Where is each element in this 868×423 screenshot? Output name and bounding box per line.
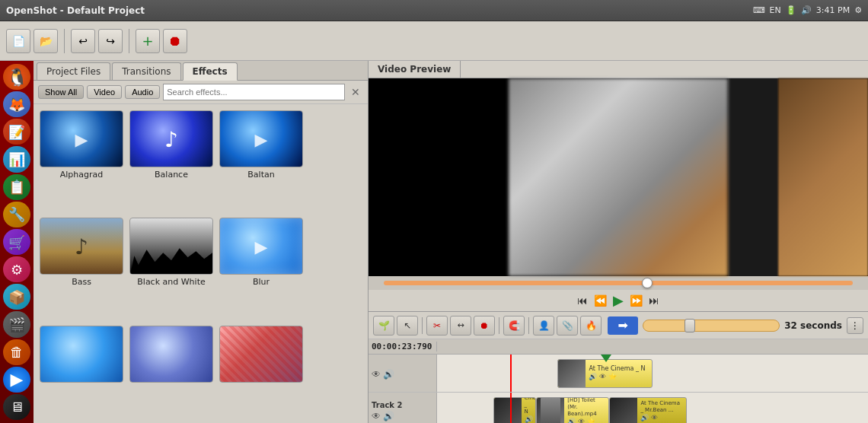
ruler-marks: 00:00:32:000 00:01:04:000 00:01:36:000 0… — [437, 339, 868, 354]
effect-partial-2[interactable] — [129, 326, 213, 417]
effect-thumb-bw — [129, 218, 213, 275]
ruler-row: 00:00:23:790 00:00:32:000 00:01:04:000 0… — [369, 339, 868, 355]
app-icon-6[interactable]: 🛒 — [3, 229, 30, 255]
add-button[interactable]: + — [136, 29, 160, 53]
timeline-marker-button[interactable]: 👤 — [533, 316, 554, 336]
track-2-clip-2[interactable]: [HD] Toilet (Mr. Bean).mp4 🔊 👁 ⭐ — [536, 397, 609, 423]
main-toolbar: 📄 📂 ↩ ↪ + ⏺ — [0, 21, 868, 61]
show-all-button[interactable]: Show All — [38, 85, 84, 99]
left-sidebar: 🐧 🦊 📝 📊 📋 🔧 🛒 ⚙ 📦 🎬 🗑 ▶ 🖥 — [0, 61, 34, 423]
timeline-clip-button[interactable]: 🔥 — [580, 316, 602, 336]
app-icon-3[interactable]: 📊 — [3, 146, 30, 172]
track-header-2: Track 2 👁 🔊 — [369, 393, 437, 423]
effect-label-blur: Blur — [253, 277, 270, 287]
tab-effects[interactable]: Effects — [183, 62, 238, 81]
t2c1-title: At The Cinema _ N — [525, 397, 533, 415]
track-2-visibility-button[interactable]: 👁 — [372, 411, 381, 421]
undo-button[interactable]: ↩ — [71, 29, 95, 53]
timeline-add-track-button[interactable]: 🌱 — [373, 316, 394, 336]
track-2-content: At The Cinema _ N 🔊 👁 ⭐ [HD] Toilet (Mr.… — [437, 393, 868, 423]
scrubber-thumb[interactable] — [642, 278, 653, 288]
timeline-cut-button[interactable]: ✂ — [426, 316, 448, 336]
keyboard-indicator: ⌨ — [753, 5, 765, 15]
effect-label-baltan: Baltan — [247, 170, 274, 180]
effect-partial-3[interactable] — [219, 326, 303, 417]
effect-label-bw: Black and White — [137, 277, 205, 287]
zoom-slider[interactable] — [643, 320, 780, 332]
app-icon-12[interactable]: 🖥 — [3, 394, 30, 420]
track-2-audio-button[interactable]: 🔊 — [383, 411, 394, 421]
rewind-button[interactable]: ⏪ — [592, 293, 608, 308]
playhead — [510, 355, 512, 392]
app-icon-9[interactable]: 🎬 — [3, 311, 30, 337]
track-1-clip-2[interactable]: At The Cinema _ N 🔊 👁 ⭐ — [557, 359, 653, 388]
tl-sep-3 — [528, 317, 529, 334]
tab-bar: Project Files Transitions Effects — [34, 61, 368, 81]
effect-thumb-p1 — [40, 326, 123, 383]
app-icon-4[interactable]: 📋 — [3, 174, 30, 200]
open-button[interactable]: 📂 — [34, 29, 58, 53]
timeline-transition-button[interactable]: 📎 — [557, 316, 578, 336]
app-icon-2[interactable]: 📝 — [3, 119, 30, 145]
t2c2-frame — [541, 398, 560, 423]
playback-scrubber[interactable] — [384, 281, 853, 285]
tl-sep-2 — [499, 317, 499, 334]
effect-baltan[interactable]: Baltan — [219, 110, 303, 212]
track-1-audio-button[interactable]: 🔊 — [383, 369, 394, 380]
video-filter-button[interactable]: Video — [87, 85, 122, 99]
app-icon-5[interactable]: 🔧 — [3, 202, 30, 227]
timeline-section: 🌱 ↖ ✂ ↔ ⏺ 🧲 👤 📎 🔥 ➡ 3 — [369, 311, 868, 423]
track-2-clip-1[interactable]: At The Cinema _ N 🔊 👁 ⭐ — [493, 397, 537, 423]
effect-label-bass: Bass — [72, 277, 91, 287]
openshot-icon[interactable]: ▶ — [3, 367, 30, 393]
video-seg-dark — [728, 78, 778, 276]
volume-icon: 🔊 — [801, 5, 812, 15]
track-2-playhead — [510, 393, 512, 423]
fast-forward-button[interactable]: ⏩ — [628, 293, 644, 308]
ubuntu-icon[interactable]: 🐧 — [3, 64, 30, 90]
effect-black-and-white[interactable]: Black and White — [129, 218, 213, 319]
toolbar-separator-1 — [64, 29, 65, 53]
timeline-magnet-button[interactable]: 🧲 — [503, 316, 525, 336]
app-icon-1[interactable]: 🦊 — [3, 91, 30, 117]
redo-button[interactable]: ↪ — [98, 29, 123, 53]
lang-indicator: EN — [770, 5, 781, 15]
search-input[interactable] — [163, 84, 345, 100]
skip-to-end-button[interactable]: ⏭ — [647, 293, 661, 308]
tab-project-files[interactable]: Project Files — [37, 62, 110, 80]
video-preview-tab[interactable]: Video Preview — [369, 61, 461, 78]
audio-filter-button[interactable]: Audio — [125, 85, 160, 99]
effect-balance[interactable]: Balance — [129, 110, 213, 212]
window-title: OpenShot - Default Project — [6, 5, 145, 16]
timeline-record-button[interactable]: ⏺ — [474, 316, 495, 336]
play-button[interactable]: ▶ — [611, 291, 625, 310]
tab-transitions[interactable]: Transitions — [112, 62, 180, 80]
app-icon-7[interactable]: ⚙ — [3, 256, 30, 282]
effect-thumb-baltan — [219, 110, 303, 167]
skip-to-start-button[interactable]: ⏮ — [576, 293, 589, 308]
t2c3-info: At The Cinema _ Mr.Bean ... 🔊 👁 — [637, 399, 686, 423]
effect-thumb-p2 — [129, 326, 213, 383]
timeline-zoom-arrow: ➡ — [608, 316, 638, 335]
new-button[interactable]: 📄 — [6, 29, 30, 53]
clear-search-button[interactable]: ✕ — [348, 84, 363, 100]
track-1-visibility-button[interactable]: 👁 — [372, 369, 381, 380]
track-2-clip-3[interactable]: At The Cinema _ Mr.Bean ... 🔊 👁 — [609, 397, 687, 423]
effect-alphagrad[interactable]: Alphagrad — [40, 110, 123, 212]
zoom-thumb[interactable] — [685, 319, 695, 332]
app-icon-8[interactable]: 📦 — [3, 284, 30, 310]
track-1-controls: 👁 🔊 — [372, 369, 433, 380]
effect-bass[interactable]: Bass — [40, 218, 123, 319]
preview-tab-bar: Video Preview — [369, 61, 868, 78]
record-button[interactable]: ⏺ — [163, 29, 187, 53]
t2c3-thumb — [610, 398, 637, 423]
timeline-settings-button[interactable]: ⋮ — [847, 317, 863, 334]
content-area: 🐧 🦊 📝 📊 📋 🔧 🛒 ⚙ 📦 🎬 🗑 ▶ 🖥 Project Files … — [0, 61, 868, 423]
timeline-slip-button[interactable]: ↔ — [450, 316, 471, 336]
track-row-2: Track 2 👁 🔊 At The Cine — [369, 393, 868, 423]
effect-blur[interactable]: Blur — [219, 218, 303, 319]
timeline-select-button[interactable]: ↖ — [397, 316, 418, 336]
effect-partial-1[interactable] — [40, 326, 123, 417]
app-icon-10[interactable]: 🗑 — [3, 339, 30, 365]
video-seg-blurred — [509, 78, 729, 276]
